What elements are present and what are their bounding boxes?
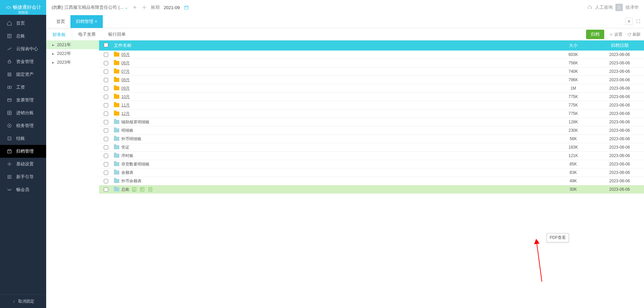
svg-rect-7 [8,137,11,140]
nav-stock[interactable]: 进销台账 [0,106,46,119]
row-checkbox[interactable] [104,61,108,65]
row-checkbox[interactable] [104,86,108,91]
nav-ledger[interactable]: 总账 [0,30,46,42]
subtab-einvoice[interactable]: 电子发票 [72,28,102,40]
row-checkbox[interactable] [104,154,108,158]
row-checkbox[interactable] [104,145,108,150]
nav-guide[interactable]: 新手引导 [0,171,46,183]
file-name[interactable]: 12月 [121,111,130,117]
file-name[interactable]: 08月 [121,77,130,83]
folder-icon [114,128,119,132]
view-pdf-icon[interactable] [148,187,153,192]
row-checkbox[interactable] [104,120,108,124]
file-name[interactable]: 05月 [121,52,130,58]
file-name[interactable]: 10月 [121,94,130,100]
row-checkbox[interactable] [104,179,108,183]
topbar: (勿删) 江西服宝精品有限责任公司 (... ⌄ 账期 2021-09 人工咨询… [46,0,644,15]
table-row[interactable]: 辅助核算明细账128K2023-06-06 [99,118,644,126]
svg-point-13 [618,6,620,8]
row-checkbox[interactable] [104,103,108,107]
row-checkbox[interactable] [104,128,108,133]
fullscreen-icon[interactable] [635,18,642,25]
file-name: 余额表 [121,170,133,176]
period-label: 账期 [151,4,160,10]
table-row[interactable]: 06月756K2023-06-06 [99,59,644,67]
refresh-link[interactable]: 刷新 [627,32,641,37]
table-row[interactable]: 09月1M2023-06-06 [99,84,644,93]
year-2022[interactable]: 2022年 [46,49,99,58]
file-size: 30K [551,187,595,192]
file-name[interactable]: 09月 [121,86,130,91]
file-size: 83K [551,170,595,175]
nav-member[interactable]: 畅会员 [0,183,46,196]
folder-icon [114,187,119,191]
period-value[interactable]: 2021-09 [164,5,180,10]
settings-link[interactable]: 设置 [609,32,622,37]
username[interactable]: 徐泽华 [625,4,639,10]
table-row[interactable]: 外币明细账56K2023-06-06 [99,135,644,143]
archive-date: 2023-06-06 [595,94,644,99]
row-checkbox[interactable] [104,137,108,141]
nav-tax[interactable]: 税务管理 [0,119,46,132]
table-row[interactable]: 10月775K2023-06-06 [99,93,644,101]
archive-button[interactable]: 归档 [586,30,604,39]
row-checkbox[interactable] [104,171,108,175]
table-row[interactable]: 12月775K2023-06-06 [99,110,644,118]
folder-icon [114,78,119,82]
close-all-tabs[interactable]: ✕ [625,18,633,25]
row-checkbox[interactable] [104,78,108,82]
table-row[interactable]: 余额表83K2023-06-06 [99,168,644,177]
table-row[interactable]: 07月740K2023-06-06 [99,67,644,76]
table-row[interactable]: 外币余额表49K2023-06-06 [99,177,644,185]
nav-reports[interactable]: 云报表中心 [0,42,46,55]
table-row[interactable]: 总账30K2023-06-06 [99,185,644,194]
file-name[interactable]: 06月 [121,60,130,66]
table-row[interactable]: 凭证183K2023-06-06 [99,143,644,152]
file-name[interactable]: 11月 [121,102,130,108]
row-checkbox[interactable] [104,162,108,166]
file-size: 49K [551,179,595,183]
download-pdf-icon[interactable] [140,187,145,192]
table-row[interactable]: 序时账121K2023-06-06 [99,152,644,160]
archive-date: 2023-06-06 [595,111,644,116]
file-size: 740K [551,69,595,74]
row-checkbox[interactable] [104,112,108,116]
row-checkbox[interactable] [104,187,108,192]
nav-home[interactable]: 首页 [0,17,46,30]
nav-funds[interactable]: 资金管理 [0,55,46,68]
subtab-bank[interactable]: 银行回单 [102,28,132,40]
svg-point-18 [150,189,151,190]
table-row[interactable]: 05月603K2023-06-06 [99,51,644,59]
calendar-icon[interactable] [184,5,189,10]
download-excel-icon[interactable] [131,187,137,192]
nav-assets[interactable]: 固定资产 [0,68,46,81]
company-selector[interactable]: (勿删) 江西服宝精品有限责任公司 (... ⌄ [52,4,128,10]
headset-icon[interactable] [587,5,592,10]
table-row[interactable]: 11月775K2023-06-06 [99,101,644,110]
table-row[interactable]: 08月796K2023-06-06 [99,76,644,84]
row-checkbox[interactable] [104,95,108,99]
table-row[interactable]: 存货数量明细账85K2023-06-06 [99,160,644,168]
nav-settings[interactable]: 基础设置 [0,158,46,171]
plus-icon[interactable] [132,5,137,10]
row-checkbox[interactable] [104,69,108,74]
consult-link[interactable]: 人工咨询 [595,4,613,10]
unpin-button[interactable]: 取消固定 [0,295,46,308]
select-all-checkbox[interactable] [104,43,108,47]
year-2021[interactable]: 2021年 [46,40,99,49]
row-checkbox[interactable] [104,53,108,57]
file-name[interactable]: 07月 [121,69,130,74]
year-2023[interactable]: 2023年 [46,58,99,67]
nav-archive[interactable]: 归档管理 [0,145,46,158]
nav-salary[interactable]: 工资 [0,81,46,94]
tab-archive[interactable]: 归档管理× [70,15,103,28]
tab-home[interactable]: 首页 [51,15,70,28]
tab-close-icon[interactable]: × [95,19,97,24]
nav-close[interactable]: 结账 [0,132,46,145]
subtab-finance[interactable]: 财务账 [46,29,72,40]
nav-invoice[interactable]: 发票管理 [0,94,46,106]
avatar[interactable] [615,4,623,11]
table-row[interactable]: 明细账230K2023-06-06 [99,126,644,135]
gear-icon[interactable] [142,5,147,10]
svg-point-11 [144,7,145,8]
